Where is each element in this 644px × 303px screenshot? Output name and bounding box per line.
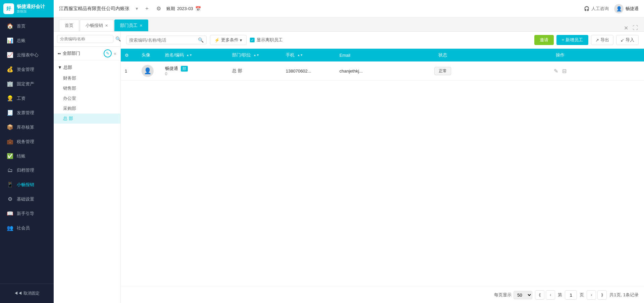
sidebar-item-expense[interactable]: 📱 小畅报销 <box>0 177 54 192</box>
employee-name: 畅捷通 部 <box>165 66 224 72</box>
th-settings: ⚙ <box>121 49 138 61</box>
sidebar-item-ledger[interactable]: 📊 总账 <box>0 33 54 48</box>
sidebar-item-close[interactable]: ✅ 结账 <box>0 149 54 163</box>
dept-tree-parent-head: ▼ 总部 <box>54 62 120 73</box>
maximize-window-icon[interactable]: ⛶ <box>632 25 639 31</box>
calendar-icon[interactable]: 📅 <box>195 6 201 11</box>
sidebar-label-close: 结账 <box>17 153 25 159</box>
tab-expense-close[interactable]: ✕ <box>105 24 108 28</box>
export-button[interactable]: ↗ 导出 <box>591 35 613 45</box>
th-avatar: 头像 <box>138 49 161 61</box>
employee-toolbar: 🔍 ⚡ 更多条件 ▾ ✓ 显示离职员工 邀请 + 新增员工 <box>121 32 644 49</box>
filter-button[interactable]: ⚡ 更多条件 ▾ <box>210 35 247 45</box>
dept-tree-bangongshi[interactable]: 办公室 <box>54 93 120 103</box>
invite-button[interactable]: 邀请 <box>534 35 554 45</box>
tab-home[interactable]: 首页 <box>59 19 79 31</box>
logout-employee-button[interactable]: ⊟ <box>561 67 568 75</box>
page-size-select[interactable]: 50 100 200 <box>514 291 532 299</box>
import-button[interactable]: ↙ 导入 <box>616 35 639 45</box>
sidebar-item-home[interactable]: 🏠 首页 <box>0 19 54 33</box>
user-menu[interactable]: 👤 畅捷通 <box>614 4 639 13</box>
sidebar-item-invoice[interactable]: 🧾 发票管理 <box>0 105 54 120</box>
dept-tree-caigoubu[interactable]: 采购部 <box>54 103 120 114</box>
sidebar-bottom: ◀◀ 取消固定 <box>0 284 54 303</box>
dept-tree-caiwubu[interactable]: 财务部 <box>54 73 120 83</box>
sidebar-label-expense: 小畅报销 <box>17 182 34 188</box>
sidebar-label-invoice: 发票管理 <box>17 110 34 116</box>
th-name-sort-icon: ▲▼ <box>186 54 192 57</box>
sidebar-item-funds[interactable]: 💰 资金管理 <box>0 62 54 77</box>
cell-actions: ✎ ⊟ <box>476 61 644 81</box>
cell-row-num: 1 <box>121 61 138 81</box>
close-icon: ✅ <box>7 153 13 159</box>
dept-header-left: ▪▪ 全部部门 <box>58 50 80 56</box>
show-inactive-checkbox[interactable]: ✓ <box>250 38 255 42</box>
first-page-button[interactable]: ⟪ <box>535 290 544 300</box>
cancel-fixed-button[interactable]: ◀◀ 取消固定 <box>0 287 54 300</box>
dept-panel: 🔍 ▪▪ 全部部门 ✎ « ▼ 总部 财务部 销售部 办公室 <box>54 32 121 303</box>
dept-grid-icon: ▪▪ <box>58 51 61 56</box>
invoice-icon: 🧾 <box>7 110 13 116</box>
tab-department[interactable]: 部门员工 ✕ <box>114 19 148 31</box>
dept-edit-button[interactable]: ✎ <box>104 49 112 57</box>
sidebar-item-reports[interactable]: 📈 云报表中心 <box>0 48 54 62</box>
th-phone[interactable]: 手机 ▲▼ <box>282 49 335 61</box>
company-name[interactable]: 江西服宝精品有限责任公司内账张 <box>59 6 129 12</box>
salary-icon: 👷 <box>7 95 13 101</box>
dept-all-label: 全部部门 <box>63 50 80 56</box>
dept-tree-zongbu[interactable]: 总 部 <box>54 114 120 124</box>
sidebar-item-guide[interactable]: 📖 新手引导 <box>0 206 54 221</box>
company-dropdown-icon[interactable]: ▼ <box>135 6 139 11</box>
sidebar-item-assets[interactable]: 🏢 固定资产 <box>0 77 54 91</box>
filter-chevron-icon: ▾ <box>240 38 242 43</box>
last-page-button[interactable]: ⟫ <box>597 290 607 300</box>
status-badge: 正常 <box>434 67 451 75</box>
th-name[interactable]: 姓名/编码 ▲▼ <box>161 49 228 61</box>
filter-label: 更多条件 <box>221 37 238 43</box>
dept-tree-xiaoshoubu[interactable]: 销售部 <box>54 83 120 93</box>
sidebar-label-tax: 税务管理 <box>17 139 34 145</box>
employee-panel: 🔍 ⚡ 更多条件 ▾ ✓ 显示离职员工 邀请 + 新增员工 <box>121 32 644 303</box>
tab-expense[interactable]: 小畅报销 ✕ <box>80 19 114 31</box>
dept-search-input[interactable] <box>57 35 113 43</box>
sidebar-label-settings: 基础设置 <box>17 196 34 202</box>
th-dept[interactable]: 部门/职位 ▲▼ <box>228 49 282 61</box>
cell-email: chanjethkj... <box>335 61 409 81</box>
tabs-bar: 首页 小畅报销 ✕ 部门员工 ✕ ✕ ⛶ <box>54 17 644 32</box>
cell-status: 正常 <box>409 61 476 81</box>
dept-tree: ▼ 总部 财务部 销售部 办公室 采购部 总 部 <box>54 60 120 303</box>
guide-icon: 📖 <box>7 210 13 217</box>
topbar-settings-icon[interactable]: ⚙ <box>155 4 162 13</box>
sidebar-label-inventory: 库存核算 <box>17 124 34 130</box>
page-number-input[interactable] <box>565 290 577 300</box>
close-window-icon[interactable]: ✕ <box>623 25 629 31</box>
period-display: 账期 2023-03 📅 <box>166 6 201 12</box>
sidebar-item-inventory[interactable]: 📦 库存核算 <box>0 120 54 134</box>
sidebar-item-settings[interactable]: ⚙ 基础设置 <box>0 192 54 206</box>
sidebar: 好 畅捷通好会计 旗舰版 🏠 首页 📊 总账 📈 云报表中心 💰 资金管理 🏢 … <box>0 0 54 303</box>
sidebar-logo: 好 畅捷通好会计 旗舰版 <box>0 0 54 17</box>
dept-collapse-icon[interactable]: « <box>114 51 116 56</box>
sidebar-item-tax[interactable]: 💼 税务管理 <box>0 134 54 149</box>
th-dept-sort-icon: ▲▼ <box>253 54 259 57</box>
app-version: 旗舰版 <box>17 9 45 14</box>
show-inactive-label: 显示离职员工 <box>257 37 283 43</box>
next-page-button[interactable]: › <box>587 290 596 300</box>
cell-phone: 138070602... <box>282 61 335 81</box>
prev-page-button[interactable]: ‹ <box>546 290 555 300</box>
tab-department-close[interactable]: ✕ <box>140 24 143 28</box>
show-inactive-toggle[interactable]: ✓ 显示离职员工 <box>250 37 283 43</box>
add-employee-button[interactable]: + 新增员工 <box>556 35 588 45</box>
add-tab-button[interactable]: ＋ <box>143 4 151 13</box>
edit-employee-button[interactable]: ✎ <box>552 67 559 75</box>
sidebar-item-archive[interactable]: 🗂 归档管理 <box>0 163 54 177</box>
sidebar-item-social[interactable]: 👥 社会员 <box>0 221 54 235</box>
dept-search-icon[interactable]: 🔍 <box>115 36 121 42</box>
sidebar-item-salary[interactable]: 👷 工资 <box>0 91 54 105</box>
sidebar-label-salary: 工资 <box>17 95 25 101</box>
settings-gear-icon[interactable]: ⚙ <box>125 53 129 58</box>
expense-icon: 📱 <box>7 181 13 188</box>
employee-search-input[interactable] <box>129 38 196 43</box>
employee-search-icon[interactable]: 🔍 <box>198 37 204 43</box>
service-button[interactable]: 🎧 人工咨询 <box>584 6 609 12</box>
